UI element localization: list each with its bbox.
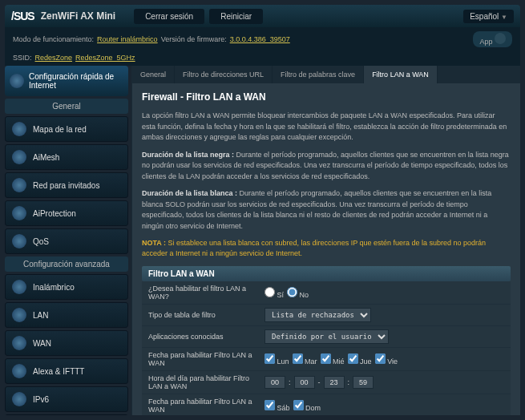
sidebar-header-general: General [5, 99, 128, 114]
enable-filter-label: ¿Desea habilitar el filtro LAN a WAN? [148, 285, 265, 301]
sidebar-item-label: Inalámbrico [33, 283, 75, 292]
lan-icon [12, 308, 26, 322]
time1-start-m[interactable] [294, 376, 315, 389]
tab-url-filter[interactable]: Filtro de direcciones URL [175, 66, 273, 83]
time-enable-1-label: Hora del día para habilitar Filtro LAN a… [148, 374, 265, 390]
ssid2-link[interactable]: RedesZone_5GHz [75, 54, 135, 62]
known-apps-select[interactable]: Definido por el usuario [265, 329, 389, 344]
main-panel: General Filtro de direcciones URL Filtro… [131, 66, 520, 415]
table-type-label: Tipo de tabla de filtro [148, 311, 265, 319]
tab-keyword-filter[interactable]: Filtro de palabras clave [273, 66, 364, 83]
date-enable-1-label: Fecha para habilitar Filtro LAN a WAN [148, 351, 265, 367]
brand-logo: /SUS [11, 10, 34, 22]
fw-value-link[interactable]: 3.0.0.4.386_39507 [230, 35, 290, 43]
sidebar-item-label: IPv6 [33, 395, 49, 404]
sidebar-item-lan[interactable]: LAN [5, 302, 128, 328]
tab-general[interactable]: General [132, 66, 175, 83]
radio-yes[interactable]: Sí [265, 287, 284, 299]
day-mon[interactable]: Lun [265, 353, 289, 365]
sidebar-header-advanced: Configuración avanzada [5, 256, 128, 272]
ssid1-link[interactable]: RedesZone [35, 54, 73, 62]
sidebar-item-label: QoS [33, 237, 49, 246]
description-whitelist: Duración de la lista blanca : Durante el… [142, 188, 511, 232]
sidebar-item-ipv6[interactable]: IPv6 [5, 386, 128, 412]
day-sun[interactable]: Dom [293, 400, 321, 412]
mode-value-link[interactable]: Router inalámbrico [97, 35, 158, 43]
ipv6-icon [12, 392, 26, 406]
sidebar-item-label: WAN [33, 339, 51, 348]
time1-end-m[interactable] [353, 376, 374, 389]
time1-start-h[interactable] [265, 376, 285, 389]
quick-setup-button[interactable]: Configuración rápida de Internet [5, 66, 128, 96]
info-bar: Modo de funcionamiento: Router inalámbri… [5, 27, 520, 66]
ssid-label: SSID: [13, 54, 32, 62]
sidebar-item-label: LAN [33, 311, 48, 320]
day-sat[interactable]: Sáb [265, 400, 290, 412]
day-tue[interactable]: Mar [293, 353, 317, 365]
date-enable-2-label: Fecha para habilitar Filtro LAN a WAN [148, 398, 265, 414]
quick-setup-icon [10, 74, 24, 88]
sidebar-item-label: Alexa & IFTTT [33, 367, 84, 376]
sidebar-item-label: AiMesh [33, 153, 59, 162]
product-name: ZenWiFi AX Mini [41, 10, 115, 22]
language-select[interactable]: Español ▼ [463, 10, 514, 23]
day-thu[interactable]: Jue [348, 353, 372, 365]
app-icon [495, 33, 506, 44]
radio-no[interactable]: No [287, 287, 309, 299]
globe-icon [12, 122, 26, 136]
sidebar-item-vpn[interactable]: VPN [5, 414, 128, 415]
page-title: Firewall - Filtro LAN a WAN [142, 91, 511, 103]
note-text: NOTA : Si establece una lista blanca con… [142, 238, 511, 258]
sidebar-item-label: Mapa de la red [33, 125, 87, 134]
top-bar: /SUS ZenWiFi AX Mini Cerrar sesión Reini… [5, 5, 520, 27]
sidebar-item-wan[interactable]: WAN [5, 330, 128, 356]
mesh-icon [12, 150, 26, 164]
day-wed[interactable]: Mié [321, 353, 345, 365]
sidebar: Configuración rápida de Internet General… [5, 66, 131, 415]
chevron-down-icon: ▼ [501, 14, 507, 21]
shield-icon [12, 206, 26, 220]
description-blacklist: Duración de la lista negra : Durante el … [142, 150, 511, 183]
table-type-select[interactable]: Lista de rechazados [265, 308, 371, 322]
reboot-button[interactable]: Reiniciar [209, 9, 263, 24]
tab-lan-wan-filter[interactable]: Filtro LAN a WAN [364, 66, 438, 83]
guest-icon [12, 178, 26, 192]
sidebar-item-label: Red para invitados [33, 181, 99, 190]
sidebar-item-wireless[interactable]: Inalámbrico [5, 274, 128, 300]
sidebar-item-qos[interactable]: QoS [5, 228, 128, 254]
sidebar-item-network-map[interactable]: Mapa de la red [5, 116, 128, 142]
alexa-icon [12, 364, 26, 378]
gauge-icon [12, 234, 26, 248]
sidebar-item-aiprotection[interactable]: AiProtection [5, 200, 128, 226]
sidebar-item-label: AiProtection [33, 209, 76, 218]
mode-label: Modo de funcionamiento: [13, 35, 94, 43]
section-filter-header: Filtro LAN a WAN [142, 266, 511, 281]
sidebar-item-alexa[interactable]: Alexa & IFTTT [5, 358, 128, 384]
description-intro: La opción filtro LAN a WAN permite bloqu… [142, 111, 511, 143]
app-button[interactable]: App [473, 31, 512, 47]
quick-setup-label: Configuración rápida de Internet [29, 72, 123, 90]
sidebar-item-guest[interactable]: Red para invitados [5, 172, 128, 198]
time1-end-h[interactable] [324, 376, 345, 389]
sidebar-item-aimesh[interactable]: AiMesh [5, 144, 128, 170]
known-apps-label: Aplicaciones conocidas [148, 333, 265, 341]
wan-icon [12, 336, 26, 350]
tab-bar: General Filtro de direcciones URL Filtro… [132, 66, 520, 83]
day-fri[interactable]: Vie [375, 353, 398, 365]
wifi-icon [12, 280, 26, 294]
fw-label: Versión de firmware: [161, 35, 227, 43]
logout-button[interactable]: Cerrar sesión [134, 9, 204, 24]
